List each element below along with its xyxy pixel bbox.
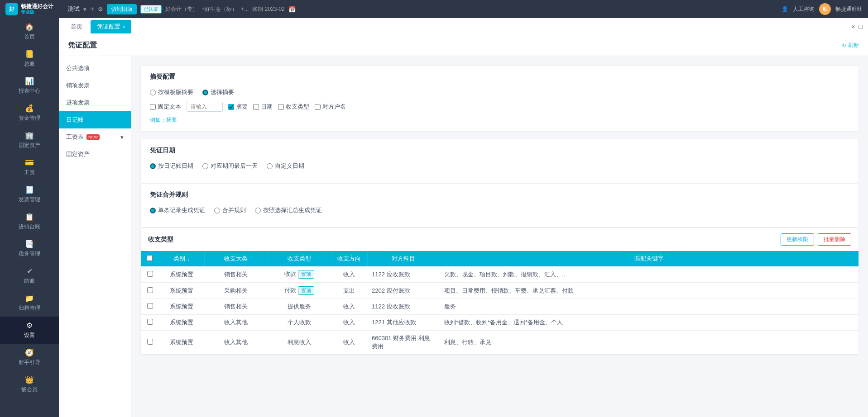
checkbox-date[interactable]: 日期	[253, 103, 273, 111]
date-radio-group: 按日记账日期 对应期间最后一天 自定义日期	[150, 162, 849, 170]
checkbox-summary[interactable]: 摘要	[228, 103, 248, 111]
company-name: 测试	[68, 5, 80, 13]
radio-period-last-input[interactable]	[202, 163, 208, 169]
new-badge: NEW	[86, 134, 100, 140]
checkbox-summary-input[interactable]	[228, 104, 234, 110]
radio-total-input[interactable]	[255, 208, 261, 213]
radio-custom-label: 自定义日期	[275, 162, 304, 170]
settle-icon: ✔	[27, 267, 33, 275]
consult-label[interactable]: 人工咨询	[793, 5, 815, 13]
window-max-button[interactable]: □	[859, 23, 863, 30]
refresh-icon: ↻	[842, 43, 846, 49]
checkbox-fixed-text[interactable]: 固定文本	[150, 103, 181, 111]
row-direction-0: 收入	[331, 266, 367, 283]
radio-select-input[interactable]	[202, 90, 208, 95]
checkbox-fixed-text-input[interactable]	[150, 104, 156, 110]
row-checkbox-3[interactable]	[147, 319, 153, 325]
tab-voucher[interactable]: 凭证配置 ×	[91, 20, 131, 33]
radio-merge[interactable]: 合并规则	[214, 206, 246, 214]
sidebar-item-salary[interactable]: 💳 工资	[0, 154, 59, 181]
radio-single[interactable]: 单条记录生成凭证	[150, 206, 205, 214]
sidebar-item-home[interactable]: 🏠 首页	[0, 18, 59, 45]
table-row: 系统预置 销售相关 提供服务 收入 1122 应收账款 服务	[141, 299, 858, 315]
add-button[interactable]: +	[90, 5, 94, 13]
row-checkbox-2[interactable]	[147, 303, 153, 309]
sidebar-label-archive: 归档管理	[19, 304, 40, 312]
refresh-button[interactable]: ↻ 刷新	[842, 42, 859, 49]
radio-diary-date-label: 按日记账日期	[158, 162, 193, 170]
calendar-icon[interactable]: 📅	[288, 6, 296, 13]
sidebar-item-guide[interactable]: 🧭 新手引导	[0, 344, 59, 371]
row-account-2: 1122 应收账款	[367, 299, 440, 315]
sidebar-item-reports[interactable]: 📊 报表中心	[0, 72, 59, 100]
sidebar-item-ledger[interactable]: 📒 总账	[0, 45, 59, 72]
window-close-button[interactable]: ×	[851, 23, 855, 30]
checkbox-pay-type-input[interactable]	[278, 104, 284, 110]
payment-title: 收支类型	[148, 236, 173, 244]
sidebar-label-guide: 新手引导	[19, 359, 40, 366]
tab-home[interactable]: 首页	[64, 20, 89, 33]
radio-diary-date[interactable]: 按日记账日期	[150, 162, 193, 170]
sidebar-item-purchase[interactable]: 📋 进销台账	[0, 208, 59, 235]
checkbox-counterparty-input[interactable]	[315, 104, 321, 110]
invoices-icon: 🧾	[25, 185, 34, 194]
setting-icon[interactable]: ⚙	[98, 6, 103, 13]
row-keywords-0: 欠款、现金、项目款、到款、报销款、汇入、...	[440, 266, 858, 283]
checkbox-date-label: 日期	[261, 103, 273, 111]
sidebar-item-member[interactable]: 👑 畅会员	[0, 371, 59, 398]
tabs-bar: 首页 凭证配置 × × □	[59, 18, 868, 35]
sidebar-item-settings[interactable]: ⚙ 设置	[0, 317, 59, 344]
left-nav-public[interactable]: 公共选项	[59, 60, 131, 77]
left-nav-sales[interactable]: 销项发票	[59, 77, 131, 94]
left-nav-diary[interactable]: 日记账	[59, 111, 131, 128]
checkbox-date-input[interactable]	[253, 104, 259, 110]
checkbox-pay-type[interactable]: 收支类型	[278, 103, 309, 111]
dropdown-icon[interactable]: ▾	[83, 6, 86, 13]
sidebar-label-home: 首页	[24, 33, 35, 41]
fixed-text-input[interactable]	[187, 102, 223, 112]
row-big-type-3: 收入其他	[204, 315, 268, 331]
left-nav-purchase-inv[interactable]: 进项发票	[59, 94, 131, 111]
radio-period-last[interactable]: 对应期间最后一天	[202, 162, 258, 170]
update-button[interactable]: 更新权限	[781, 233, 814, 246]
left-nav-payroll[interactable]: 工资表 NEW ▾	[59, 128, 131, 146]
user-name: 畅捷通旺旺	[835, 5, 863, 13]
sidebar-item-tax[interactable]: 📑 税务管理	[0, 235, 59, 262]
row-checkbox-cell	[141, 283, 159, 299]
left-nav-fixed-assets[interactable]: 固定资产	[59, 146, 131, 163]
row-checkbox-0[interactable]	[147, 271, 153, 277]
radio-select[interactable]: 选择摘要	[202, 88, 234, 96]
status-good-accounting: 好会计（专）	[165, 5, 198, 13]
switch-old-version-button[interactable]: 切到旧版	[107, 4, 137, 14]
radio-template-input[interactable]	[150, 90, 156, 95]
th-category[interactable]: 类别 ↓	[159, 251, 204, 266]
select-all-checkbox[interactable]	[147, 255, 153, 261]
consult-icon: 👤	[782, 6, 788, 12]
status-certified: 已认证	[140, 5, 162, 14]
batch-delete-button[interactable]: 批量删除	[818, 233, 851, 246]
row-keywords-2: 服务	[440, 299, 858, 315]
radio-template[interactable]: 按模板版摘要	[150, 88, 193, 96]
sidebar-item-invoices[interactable]: 🧾 发票管理	[0, 181, 59, 208]
row-checkbox-1[interactable]	[147, 287, 153, 293]
row-account-4: 660301 财务费用 利息费用	[367, 331, 440, 355]
radio-custom[interactable]: 自定义日期	[267, 162, 304, 170]
radio-diary-date-input[interactable]	[150, 163, 156, 169]
sidebar-item-settle[interactable]: ✔ 结账	[0, 262, 59, 289]
checkbox-counterparty[interactable]: 对方户名	[315, 103, 346, 111]
radio-single-input[interactable]	[150, 208, 156, 213]
sidebar-item-assets[interactable]: 🏢 固定资产	[0, 127, 59, 154]
row-direction-2: 收入	[331, 299, 367, 315]
row-account-3: 1221 其他应收款	[367, 315, 440, 331]
radio-merge-input[interactable]	[214, 208, 220, 213]
row-checkbox-4[interactable]	[147, 339, 153, 345]
sidebar-label-invoices: 发票管理	[19, 196, 40, 204]
tab-voucher-close[interactable]: ×	[122, 24, 125, 29]
radio-total[interactable]: 按照选择汇总生成凭证	[255, 206, 322, 214]
th-direction: 收支方向	[331, 251, 367, 266]
checkbox-summary-label: 摘要	[236, 103, 248, 111]
sidebar-item-archive[interactable]: 📁 归档管理	[0, 289, 59, 317]
radio-custom-input[interactable]	[267, 163, 273, 169]
table-row: 系统预置 收入其他 个人收款 收入 1221 其他应收款 收到*借款、收到*备用…	[141, 315, 858, 331]
sidebar-item-funds[interactable]: 💰 资金管理	[0, 100, 59, 127]
